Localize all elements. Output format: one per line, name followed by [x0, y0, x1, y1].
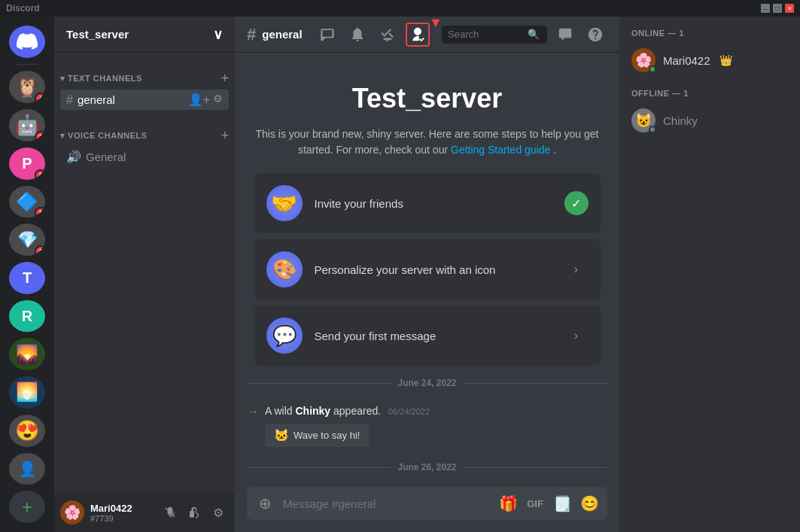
- mute-button[interactable]: [160, 502, 181, 523]
- user-discriminator: #7739: [90, 514, 154, 523]
- sidebar-item-server-p[interactable]: P 1: [9, 147, 45, 180]
- task-card-personalize[interactable]: 🎨 Personalize your server with an icon ›: [254, 239, 601, 299]
- username-label: Mari0422: [90, 503, 154, 514]
- title-bar: Discord — □ ✕: [0, 0, 800, 17]
- member-item-mari0422[interactable]: 🌸 Mari0422 👑: [625, 44, 794, 77]
- member-avatar-mari0422: 🌸: [631, 48, 656, 72]
- message-input-actions: 🎁 GIF 🗒️ 😊: [496, 491, 601, 515]
- member-status-online: [649, 65, 656, 73]
- message-body-1: A wild Chinky appeared. 06/24/2022 🐱 Wav…: [265, 403, 607, 447]
- sidebar-item-server-user[interactable]: 👤: [9, 453, 45, 485]
- user-avatar[interactable]: 🌸: [60, 500, 84, 524]
- channel-actions: 👤+ ⚙: [188, 93, 223, 107]
- member-list-button[interactable]: [406, 23, 430, 47]
- date-label-june26: June 26, 2022: [397, 462, 456, 473]
- date-divider-june24: June 24, 2022: [247, 378, 607, 388]
- messages-area: Test_server This is your brand new, shin…: [235, 53, 619, 487]
- sidebar-item-server-emoji[interactable]: 😍: [9, 415, 45, 447]
- add-attachment-button[interactable]: ⊕: [253, 491, 277, 515]
- wave-button-1[interactable]: 🐱 Wave to say hi!: [265, 419, 607, 447]
- add-text-channel-button[interactable]: +: [221, 71, 229, 87]
- sidebar-item-server-t[interactable]: T: [9, 262, 45, 294]
- user-area: 🌸 Mari0422 #7739 ⚙: [54, 493, 235, 532]
- search-input[interactable]: [448, 29, 523, 40]
- sidebar-item-server-gem[interactable]: 🔷 1: [9, 186, 45, 218]
- divider-line-right-2: [463, 467, 607, 468]
- welcome-subtitle: This is your brand new, shiny server. He…: [250, 126, 604, 158]
- sidebar-item-server-owl[interactable]: 🦉 4: [9, 71, 45, 103]
- settings-icon[interactable]: ⚙: [213, 93, 223, 107]
- gif-button[interactable]: GIF: [523, 491, 547, 515]
- emoji-button[interactable]: 😊: [577, 491, 601, 515]
- category-text-label: ▾ TEXT CHANNELS: [60, 74, 142, 84]
- search-icon: 🔍: [528, 29, 540, 40]
- message-input-field[interactable]: [283, 497, 490, 510]
- maximize-button[interactable]: □: [773, 4, 782, 13]
- personalize-label: Personalize your server with an icon: [315, 263, 552, 276]
- sidebar-item-server-landscape1[interactable]: 🌄: [9, 338, 45, 370]
- app-name: Discord: [6, 3, 40, 14]
- divider-line-left-2: [247, 467, 391, 468]
- channel-item-general-voice[interactable]: 🔊 General: [60, 147, 229, 167]
- message-timestamp-1: 06/24/2022: [388, 407, 430, 416]
- wave-label-1: Wave to say hi!: [294, 430, 360, 441]
- text-channel-icon: #: [66, 93, 73, 107]
- category-voice-channels[interactable]: ▾ VOICE CHANNELS +: [54, 116, 235, 147]
- add-member-icon[interactable]: 👤+: [188, 93, 210, 107]
- members-sidebar: ONLINE — 1 🌸 Mari0422 👑 OFFLINE — 1 😺 Ch…: [619, 17, 800, 532]
- task-card-first-message[interactable]: 💬 Send your first message ›: [254, 306, 601, 366]
- chat-header-actions: ▼ 🔍: [315, 23, 607, 47]
- date-label-june24: June 24, 2022: [397, 378, 456, 388]
- server-badge-diamond: 1: [35, 245, 45, 256]
- category-voice-label: ▾ VOICE CHANNELS: [60, 131, 147, 141]
- system-arrow-icon: →: [247, 405, 259, 418]
- close-button[interactable]: ✕: [785, 4, 794, 13]
- wave-emoji-1: 🐱: [274, 428, 289, 442]
- task-cards: 🤝 Invite your friends ✓ 🎨 Personalize yo…: [239, 173, 616, 366]
- channel-item-general[interactable]: # general 👤+ ⚙: [60, 90, 229, 110]
- category-text-channels[interactable]: ▾ TEXT CHANNELS +: [54, 59, 235, 90]
- channel-hash-icon: #: [247, 25, 256, 44]
- minimize-button[interactable]: —: [761, 4, 770, 13]
- wave-button-inner-1[interactable]: 🐱 Wave to say hi!: [265, 424, 369, 447]
- task-card-invite[interactable]: 🤝 Invite your friends ✓: [254, 173, 601, 233]
- server-welcome-title: Test_server: [250, 83, 604, 114]
- gift-button[interactable]: 🎁: [496, 491, 520, 515]
- getting-started-link[interactable]: Getting Started guide: [451, 144, 550, 156]
- channel-name-voice-general: General: [86, 150, 223, 163]
- server-badge-p: 1: [35, 169, 45, 180]
- discord-home-icon[interactable]: [9, 26, 45, 58]
- pinned-messages-button[interactable]: [376, 23, 400, 47]
- add-voice-channel-button[interactable]: +: [221, 128, 229, 144]
- server-header[interactable]: Test_server ∨: [54, 17, 235, 53]
- chinky-bold-1: Chinky: [295, 405, 330, 417]
- help-button[interactable]: [583, 23, 607, 47]
- notifications-button[interactable]: [345, 23, 370, 47]
- member-name-mari0422: Mari0422: [663, 54, 710, 67]
- sidebar-item-server-diamond[interactable]: 💎 1: [9, 223, 45, 256]
- message-group-1: → A wild Chinky appeared. 06/24/2022 🐱 W…: [235, 400, 619, 450]
- sidebar-item-server-landscape2[interactable]: 🌅: [9, 376, 45, 409]
- threads-button[interactable]: [315, 23, 339, 47]
- inbox-button[interactable]: [553, 23, 577, 47]
- sticker-button[interactable]: 🗒️: [550, 491, 574, 515]
- channel-name-general: general: [78, 93, 184, 106]
- sidebar-item-server-robot[interactable]: 🤖 3: [9, 109, 45, 141]
- search-bar[interactable]: 🔍: [442, 26, 547, 44]
- sidebar-item-server-r[interactable]: R: [9, 300, 45, 333]
- invite-done-checkmark: ✓: [564, 191, 589, 215]
- title-bar-controls[interactable]: — □ ✕: [761, 4, 794, 13]
- message-input-area: ⊕ 🎁 GIF 🗒️ 😊: [235, 487, 619, 532]
- welcome-suffix: .: [553, 144, 556, 156]
- divider-line-right: [463, 383, 607, 384]
- member-badge-crown: 👑: [719, 54, 732, 66]
- members-spacer: [625, 77, 794, 89]
- member-avatar-chinky: 😺: [631, 108, 656, 132]
- member-item-chinky[interactable]: 😺 Chinky: [625, 104, 794, 137]
- deafen-button[interactable]: [184, 502, 205, 523]
- server-sidebar: 🦉 4 🤖 3 P 1 🔷 1 💎 1 T R: [0, 17, 54, 532]
- member-name-chinky: Chinky: [663, 114, 698, 127]
- chat-area: # general ▼: [235, 17, 619, 532]
- add-server-button[interactable]: +: [9, 491, 45, 523]
- settings-button[interactable]: ⚙: [208, 502, 229, 523]
